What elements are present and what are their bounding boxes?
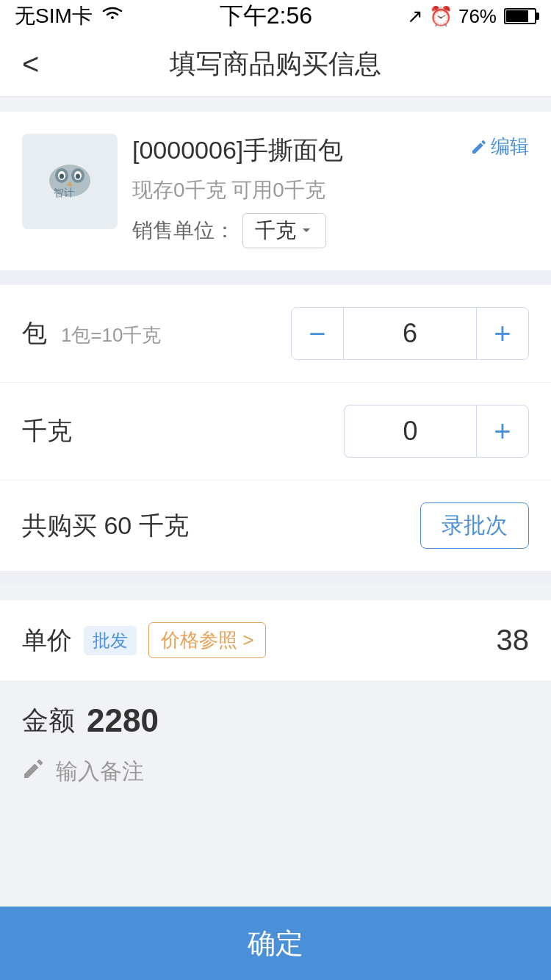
product-card: 智计 [0000006]手撕面包 编辑 现存0千克 可用0千克 销售单位： 千克 — [0, 112, 551, 270]
kg-quantity-section: 千克 + — [0, 383, 551, 480]
back-button[interactable]: < — [22, 48, 39, 81]
batch-button[interactable]: 录批次 — [420, 502, 529, 549]
confirm-bar[interactable]: 确定 — [0, 907, 551, 980]
section-divider-2 — [0, 571, 551, 586]
carrier-label: 无SIM卡 — [15, 2, 93, 30]
note-pencil-icon — [22, 758, 44, 786]
bag-label-group: 包 1包=10千克 — [22, 317, 161, 350]
amount-value: 2280 — [87, 702, 159, 739]
price-value: 38 — [497, 624, 530, 657]
product-name: [0000006]手撕面包 — [132, 134, 343, 167]
page-title: 填写商品购买信息 — [170, 46, 381, 82]
edit-button[interactable]: 编辑 — [470, 134, 529, 159]
wifi-icon — [100, 4, 125, 28]
alarm-icon: ⏰ — [429, 5, 453, 28]
bag-quantity-input[interactable] — [344, 307, 476, 360]
kg-quantity-input[interactable] — [344, 405, 476, 458]
status-left: 无SIM卡 — [15, 2, 125, 30]
confirm-button-label: 确定 — [248, 925, 303, 962]
product-stock: 现存0千克 可用0千克 — [132, 176, 529, 204]
status-bar: 无SIM卡 下午2:56 ↗ ⏰ 76% — [0, 0, 551, 32]
product-info: [0000006]手撕面包 编辑 现存0千克 可用0千克 销售单位： 千克 — [132, 134, 529, 248]
status-time: 下午2:56 — [220, 0, 312, 32]
note-placeholder: 输入备注 — [56, 757, 144, 787]
total-label: 共购买 60 千克 — [22, 509, 189, 543]
battery-percent: 76% — [458, 5, 497, 28]
svg-text:智计: 智计 — [54, 187, 74, 198]
status-right: ↗ ⏰ 76% — [407, 5, 536, 28]
price-section: 单价 批发 价格参照 > 38 — [0, 600, 551, 680]
kg-label-group: 千克 — [22, 414, 72, 448]
note-row[interactable]: 输入备注 — [22, 757, 529, 809]
bag-plus-button[interactable]: + — [476, 307, 529, 360]
battery-icon — [504, 8, 536, 24]
total-section: 共购买 60 千克 录批次 — [0, 480, 551, 571]
nav-bar: < 填写商品购买信息 — [0, 32, 551, 97]
kg-quantity-controls: + — [344, 405, 529, 458]
price-left: 单价 批发 价格参照 > — [22, 622, 266, 658]
svg-point-5 — [60, 174, 64, 179]
location-icon: ↗ — [407, 5, 423, 28]
amount-row: 金额 2280 — [22, 702, 529, 739]
bag-minus-button[interactable]: − — [291, 307, 344, 360]
price-tag: 批发 — [84, 626, 137, 655]
price-ref-button[interactable]: 价格参照 > — [148, 622, 266, 658]
product-image: 智计 — [22, 134, 118, 229]
product-unit: 销售单位： 千克 — [132, 213, 529, 248]
bag-quantity-section: 包 1包=10千克 − + — [0, 285, 551, 383]
svg-point-6 — [76, 174, 80, 179]
kg-plus-button[interactable]: + — [476, 405, 529, 458]
bag-quantity-controls: − + — [291, 307, 529, 360]
section-divider-1 — [0, 270, 551, 285]
product-logo-icon: 智计 — [44, 155, 96, 208]
unit-dropdown[interactable]: 千克 — [242, 213, 326, 248]
amount-section: 金额 2280 输入备注 — [0, 680, 551, 809]
price-label: 单价 — [22, 624, 72, 657]
amount-label: 金额 — [22, 703, 75, 739]
